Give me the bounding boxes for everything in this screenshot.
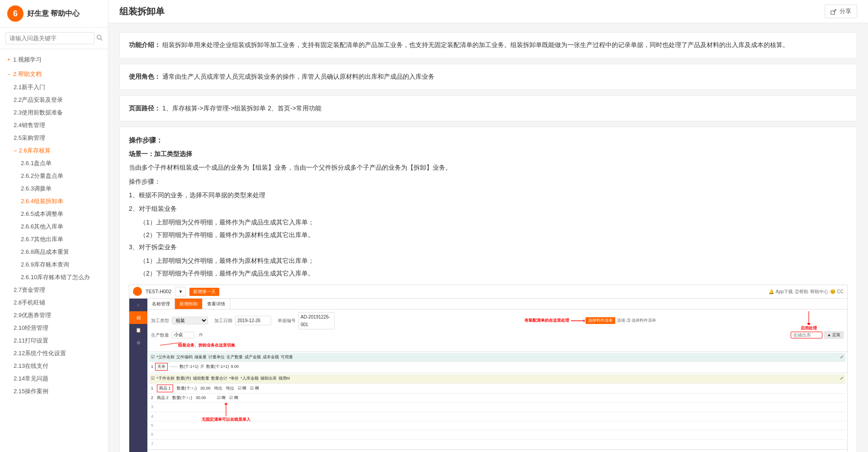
sidebar-item-cases[interactable]: 2.15操作案例 (0, 385, 108, 398)
func-intro-text: 组装拆卸单用来处理企业组装或拆卸等加工业务，支持有固定装配清单的产品加工业务，也… (162, 41, 789, 48)
sidebar-item-docs[interactable]: − 2.帮助文档 (0, 67, 108, 81)
search-bar (0, 28, 108, 49)
logo-text: 好生意 帮助中心 (27, 9, 80, 19)
sim-ui: TEST-H002 ▼ 新增第一天 🔔 App下载 ②帮助 帮助中心 😊 CC (129, 285, 847, 452)
top-bar: 组装拆卸单 分享 (108, 0, 868, 23)
sidebar-item-cost-adjust[interactable]: 2.6.5成本调整单 (7, 208, 108, 220)
step2-1: （1）上部明细为父件明细，最终作为产成品生成其它入库单； (140, 217, 848, 228)
sim-content: ⌂ ▤ 📋 ⚙ 名称管理 新增拆卸 查看详情 (129, 299, 847, 452)
annotation3-arrow (797, 311, 820, 325)
sim-icons-right: 选项 ③ 选择料件清单 (617, 317, 656, 324)
sim-annotation-row: 组装业务、拆卸业务在这里切换 (151, 341, 844, 349)
sidebar-item-install[interactable]: 2.2产品安装及登录 (0, 94, 108, 106)
svg-marker-9 (224, 403, 228, 404)
sim-parent-item[interactable]: 关米 (155, 363, 168, 371)
sim-sidebar-mini: ⌂ ▤ 📋 ⚙ (129, 299, 147, 452)
search-icon[interactable] (96, 34, 103, 42)
sim-tab-3[interactable]: 查看详情 (203, 299, 230, 309)
sim-qty-input[interactable] (172, 332, 194, 338)
sidebar-item-funds[interactable]: 2.7资金管理 (0, 284, 108, 296)
sidebar-item-print[interactable]: 2.11打印设置 (0, 334, 108, 347)
svg-marker-4 (584, 319, 585, 322)
sim-icon-help-center: 帮助中心 (810, 288, 828, 295)
sidebar-item-stocktake[interactable]: 2.6.1盘点单 (7, 157, 108, 170)
step1: 1、根据不同的业务，选择不同单据的类型来处理 (129, 190, 848, 201)
collapse-icon-2: − (7, 71, 10, 77)
sim-tab-2[interactable]: 新增拆卸 (175, 299, 203, 309)
sim-tab-1[interactable]: 名称管理 (147, 299, 175, 309)
sidebar-item-transfer[interactable]: 2.6.3调拨单 (7, 182, 108, 195)
sim-dropdown: ▼ (175, 287, 186, 296)
step3-2: （2）下部明细为子件明细，最终作为产成品生成其它入库单。 (140, 268, 848, 279)
sidebar-item-faq[interactable]: 2.14常见问题 (0, 372, 108, 385)
annotation2-arrow (156, 341, 192, 347)
sim-mini-settings: ⚙ (129, 337, 147, 349)
sidebar-item-coupon[interactable]: 2.9优惠券管理 (0, 309, 108, 322)
search-input[interactable] (5, 32, 94, 44)
annotation3-container: 启用处理 (797, 311, 820, 332)
sidebar-item-video[interactable]: + 1.视频学习 (0, 53, 108, 67)
func-intro-label: 功能介绍： (129, 41, 160, 48)
role-label: 使用角色： (129, 73, 160, 80)
sim-lower-row7: 7 (149, 439, 845, 448)
sidebar-item-inventory-query[interactable]: 2.6.9库存账本查询 (7, 258, 108, 271)
step2-2: （2）下部明细为子件明细，最终作为原材料生成其它出库单。 (140, 230, 848, 241)
sidebar-item-cost-recalc[interactable]: 2.6.8商品成本重算 (7, 246, 108, 258)
expand-icon-1: + (7, 57, 10, 63)
step3-1: （1）上部明细为父件明细，最终作为原材料生成其它出库单； (140, 256, 848, 266)
sidebar-item-purchase[interactable]: 2.5采购管理 (0, 132, 108, 144)
content-area: 功能介绍： 组装拆卸单用来处理企业组装或拆卸等加工业务，支持有固定装配清单的产品… (108, 23, 868, 452)
sim-upper-table-row1: 1 关米 —— 数(个:1+1) 斤 数量(个:1+1) 9.00 (149, 362, 845, 371)
sim-upper-table-header: ☑*父件名称父件编码储备量计量单位生产数量成产金额成本金额可用量 ⤢ (149, 353, 845, 362)
sim-icon-user: 😊 (830, 288, 835, 295)
sim-icon-app: App下载 (776, 288, 793, 295)
sim-warehouse-input[interactable] (791, 332, 822, 338)
sidebar-item-inventory[interactable]: − 2.6库存核算 (0, 144, 108, 157)
sidebar-item-inventory-fix[interactable]: 2.6.10库存账本错了怎么办 (7, 271, 108, 284)
sim-lower-row3: 3 (149, 402, 845, 411)
sidebar-item-assembly[interactable]: 2.6.4组装拆卸单 (7, 195, 108, 208)
nav-sub-docs: 2.1新手入门 2.2产品安装及登录 2.3使用前数据准备 2.4销售管理 2.… (0, 81, 108, 398)
screenshot-container: TEST-H002 ▼ 新增第一天 🔔 App下载 ②帮助 帮助中心 😊 CC (129, 285, 848, 452)
sidebar-item-data-prep[interactable]: 2.3使用前数据准备 (0, 106, 108, 119)
sidebar-item-operations[interactable]: 2.10经营管理 (0, 322, 108, 334)
annotation4-container: 无固定清单可以在线里录入 (202, 403, 250, 423)
sim-lower-row5: 5 (149, 421, 845, 430)
sidebar-item-sales[interactable]: 2.4销售管理 (0, 119, 108, 132)
sidebar: 6 好生意 帮助中心 + 1.视频学习 − 2.帮助文档 2.1 (0, 0, 108, 452)
sim-lower-table-header: ☑*子件名称数量(件)辅助数量数量合计*单价*入库金额辅助出库领用M ⤢ (149, 374, 845, 383)
nav-group-2: − 2.帮助文档 2.1新手入门 2.2产品安装及登录 2.3使用前数据准备 2… (0, 67, 108, 398)
sim-icon-cc: CC (837, 288, 844, 295)
sim-icon-help: ②帮助 (795, 288, 808, 295)
sim-type-select[interactable]: 组装拆卸 (172, 317, 208, 324)
sidebar-item-mobile[interactable]: 2.8手机旺铺 (0, 296, 108, 309)
sim-lower-row2: 2商品 2 数量(个:↑↓)30.00 ☑ 啊☑ 啊 (149, 393, 845, 402)
sidebar-item-other-out[interactable]: 2.6.7其他出库单 (7, 233, 108, 246)
svg-line-5 (160, 343, 182, 345)
sim-select-btn[interactable]: ▲ 定装 (824, 331, 844, 339)
sim-mini-inventory: ▤ (129, 311, 147, 324)
sidebar-item-personalize[interactable]: 2.12系统个性化设置 (0, 347, 108, 360)
sim-logo-icon (133, 287, 142, 296)
svg-line-1 (101, 39, 103, 41)
sim-add-btn[interactable]: 新增第一天 (189, 288, 219, 296)
sim-lower-row6: 6 (149, 430, 845, 439)
sim-choose-bom-btn[interactable]: 选择料件清单 (585, 317, 615, 324)
sim-form-row-2: 生产数量 件 ▲ 定装 (151, 331, 844, 339)
share-button[interactable]: 分享 (825, 5, 857, 18)
sim-topbar: TEST-H002 ▼ 新增第一天 🔔 App下载 ②帮助 帮助中心 😊 CC (129, 285, 847, 299)
sidebar-item-beginner[interactable]: 2.1新手入门 (0, 81, 108, 94)
scene1-desc: 当由多个子件材料组装成一个成品的业务为【组装】业务，当由一个父件拆分成多个子产品… (129, 162, 848, 173)
sidebar-item-other-in[interactable]: 2.6.6其他入库单 (7, 220, 108, 233)
nav-group-1: + 1.视频学习 (0, 53, 108, 67)
func-intro-card: 功能介绍： 组装拆卸单用来处理企业组装或拆卸等加工业务，支持有固定装配清单的产品… (119, 32, 857, 58)
sidebar-item-payment[interactable]: 2.13在线支付 (0, 360, 108, 372)
sidebar-item-partial-stocktake[interactable]: 2.6.2分量盘点单 (7, 170, 108, 182)
sidebar-item-label-2: 2.帮助文档 (13, 70, 42, 78)
steps-title: 操作步骤： (129, 134, 848, 146)
sim-date-value: 2019-12-26 (235, 316, 271, 325)
sim-expand-icon: ⤢ (840, 354, 844, 361)
sim-right-actions: ▲ 定装 (791, 331, 844, 339)
annotation3-text: 启用处理 (801, 325, 817, 332)
steps-sub-label: 操作步骤： (129, 176, 848, 187)
